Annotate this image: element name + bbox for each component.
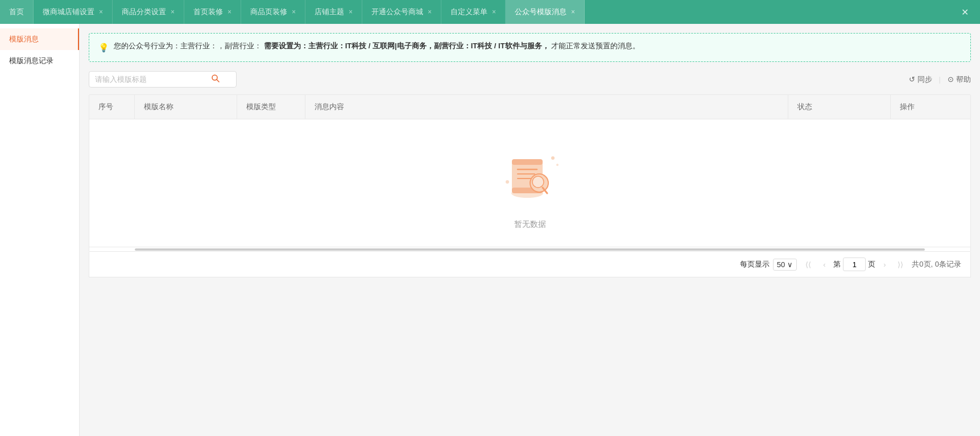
total-info: 共0页, 0条记录 [912,259,961,269]
tab-category[interactable]: 商品分类设置 × [113,0,184,24]
tab-homepage-close[interactable]: × [228,8,231,16]
notice-icon: 💡 [98,41,109,55]
tab-category-label: 商品分类设置 [122,7,166,17]
svg-point-10 [532,176,544,188]
empty-state: 暂无数据 [89,119,970,247]
notice-banner: 💡 您的公众号行业为：主营行业：，副营行业： 需要设置为：主营行业：IT科技 /… [89,33,971,62]
col-action: 操作 [891,95,970,119]
search-input-wrap[interactable] [89,71,237,88]
help-icon: ⊙ [948,75,954,84]
svg-point-12 [551,156,555,160]
empty-text: 暂无数据 [514,219,546,230]
svg-point-13 [556,164,559,166]
tab-theme[interactable]: 店铺主题 × [305,0,362,24]
page-label-pre: 第 [833,259,841,269]
chevron-down-icon: ∨ [787,260,793,269]
search-bar: ↺ 同步 | ⊙ 帮助 [89,71,971,88]
tab-mall-close[interactable]: × [428,8,432,16]
empty-illustration [496,142,564,210]
sync-icon: ↺ [909,75,915,84]
sync-button[interactable]: ↺ 同步 [909,74,932,85]
col-status: 状态 [788,95,891,119]
page-number-input[interactable] [843,258,866,271]
tab-homepage[interactable]: 首页装修 × [184,0,241,24]
tab-menu-close[interactable]: × [492,8,496,16]
tab-weshop-close[interactable]: × [99,8,103,16]
help-label: 帮助 [956,74,971,85]
search-input[interactable] [95,75,209,84]
sync-label: 同步 [917,74,932,85]
tab-template-label: 公众号模版消息 [515,7,567,17]
content-area: 💡 您的公众号行业为：主营行业：，副营行业： 需要设置为：主营行业：IT科技 /… [80,24,980,436]
col-type: 模版类型 [237,95,305,119]
notice-highlight: 需要设置为：主营行业：IT科技 / 互联网|电子商务，副营行业：IT科技 / I… [264,41,549,50]
sidebar-item-template-record-label: 模版消息记录 [9,56,53,65]
tab-template[interactable]: 公众号模版消息 × [506,0,585,24]
tab-product[interactable]: 商品页装修 × [241,0,305,24]
data-table: 序号 模版名称 模版类型 消息内容 状态 操作 [89,94,971,252]
tab-home[interactable]: 首页 [0,0,34,24]
scrollbar-track[interactable] [89,247,970,251]
page-size-select[interactable]: 50 ∨ [773,259,797,271]
col-index: 序号 [89,95,135,119]
search-actions: ↺ 同步 | ⊙ 帮助 [909,74,971,85]
col-name: 模版名称 [135,95,237,119]
sidebar-item-template-msg-label: 模版消息 [9,35,39,43]
tab-category-close[interactable]: × [171,8,175,16]
page-unit: 页 [868,259,875,269]
tab-bar: 首页 微商城店铺设置 × 商品分类设置 × 首页装修 × 商品页装修 × 店铺主… [0,0,980,24]
tab-weshop-label: 微商城店铺设置 [43,7,94,17]
scrollbar-thumb[interactable] [135,248,925,251]
tab-mall[interactable]: 开通公众号商城 × [362,0,441,24]
first-page-button[interactable]: ⟨⟨ [801,258,815,271]
action-divider: | [939,75,941,84]
col-content: 消息内容 [305,95,788,119]
sidebar-item-template-msg[interactable]: 模版消息 [0,28,79,50]
sidebar-item-template-record[interactable]: 模版消息记录 [0,50,79,72]
notice-prefix: 您的公众号行业为：主营行业：，副营行业： [114,41,262,50]
tab-mall-label: 开通公众号商城 [371,7,423,17]
svg-line-1 [217,80,219,82]
tab-weshop[interactable]: 微商城店铺设置 × [34,0,113,24]
svg-rect-4 [512,159,543,165]
tab-bar-end: ✕ [957,5,980,20]
sidebar: 模版消息 模版消息记录 [0,24,80,436]
last-page-button[interactable]: ⟩⟩ [894,258,907,271]
prev-page-button[interactable]: ‹ [817,258,831,271]
tab-product-close[interactable]: × [292,8,296,16]
notice-suffix: 才能正常发送预置的消息。 [551,41,640,50]
main-layout: 模版消息 模版消息记录 💡 您的公众号行业为：主营行业：，副营行业： 需要设置为… [0,24,980,436]
help-button[interactable]: ⊙ 帮助 [948,74,971,85]
tab-homepage-label: 首页装修 [193,7,223,17]
page-nav: ⟨⟨ ‹ 第 页 › ⟩⟩ [801,258,907,271]
svg-point-14 [506,180,509,184]
page-input-wrap: 第 页 [833,258,875,271]
next-page-button[interactable]: › [878,258,891,271]
pagination-bar: 每页显示 50 ∨ ⟨⟨ ‹ 第 页 › ⟩⟩ 共0页, 0条记录 [89,252,971,277]
tab-menu-label: 自定义菜单 [450,7,487,17]
tab-bar-close-all[interactable]: ✕ [957,5,973,20]
tab-theme-close[interactable]: × [349,8,353,16]
page-size-value: 50 [777,260,785,269]
search-icon-btn[interactable] [211,74,220,85]
tab-theme-label: 店铺主题 [315,7,344,17]
page-size-label: 每页显示 [740,259,770,269]
notice-text: 您的公众号行业为：主营行业：，副营行业： 需要设置为：主营行业：IT科技 / 互… [114,40,640,52]
table-header: 序号 模版名称 模版类型 消息内容 状态 操作 [89,95,970,119]
tab-product-label: 商品页装修 [250,7,287,17]
page-size-wrap: 每页显示 50 ∨ [740,259,797,271]
tab-home-label: 首页 [9,7,24,17]
tab-menu[interactable]: 自定义菜单 × [441,0,506,24]
tab-template-close[interactable]: × [571,8,575,16]
